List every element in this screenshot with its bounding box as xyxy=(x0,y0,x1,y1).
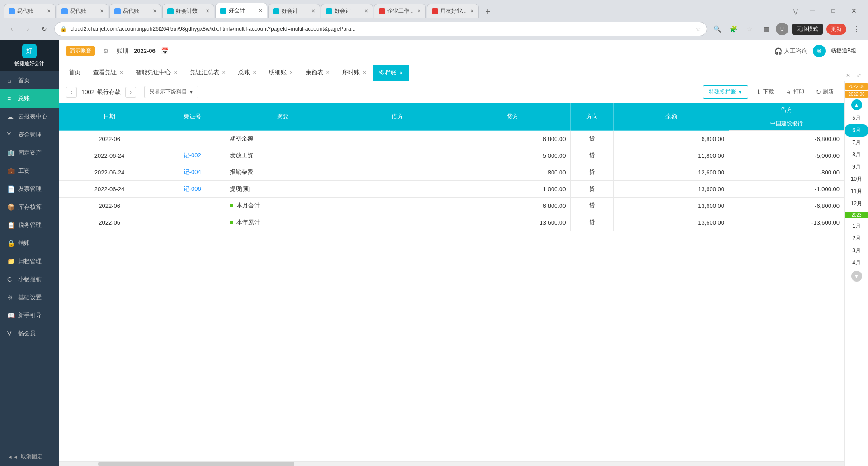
nav-tab-sequence[interactable]: 序时账 ✕ xyxy=(336,65,373,81)
search-icon[interactable]: 🔍 xyxy=(711,23,723,35)
nav-tab-voucher-close[interactable]: ✕ xyxy=(119,70,123,75)
cell-voucher[interactable]: 记-006 xyxy=(160,181,225,198)
timeline-month-11[interactable]: 11月 xyxy=(845,185,868,198)
tab-3-close[interactable]: ✕ xyxy=(153,9,156,14)
user-profile-button[interactable]: U xyxy=(776,23,788,35)
timeline-month-12[interactable]: 12月 xyxy=(845,198,868,210)
nav-tab-general-close[interactable]: ✕ xyxy=(253,70,256,75)
settings-gear-button[interactable]: ⚙ xyxy=(100,46,111,56)
tab-9-close[interactable]: ✕ xyxy=(470,9,474,14)
nav-tab-general[interactable]: 总账 ✕ xyxy=(232,65,263,81)
timeline-month-6-active[interactable]: 6月 xyxy=(845,124,868,137)
tab-4-close[interactable]: ✕ xyxy=(206,9,209,14)
expand-panel-button[interactable]: ⤢ xyxy=(854,70,864,81)
next-account-button[interactable]: › xyxy=(125,87,136,98)
timeline-month-7[interactable]: 7月 xyxy=(845,137,868,149)
sidebar-item-guide[interactable]: 📖 新手引导 xyxy=(0,306,59,325)
side-panel-icon[interactable]: ▦ xyxy=(760,23,772,35)
menu-button[interactable]: ⋮ xyxy=(850,23,863,35)
tab-2-close[interactable]: ✕ xyxy=(100,9,104,14)
sidebar-item-tax[interactable]: 📋 税务管理 xyxy=(0,216,59,234)
nav-tab-smart-close[interactable]: ✕ xyxy=(174,70,177,75)
tab-6-close[interactable]: ✕ xyxy=(311,9,315,14)
scrollbar-thumb[interactable] xyxy=(98,462,295,466)
calendar-icon[interactable]: 📅 xyxy=(161,47,169,55)
show-sub-button[interactable]: 只显示下级科目 ▼ xyxy=(144,86,198,98)
minimize-button[interactable]: ─ xyxy=(802,4,823,18)
unpin-button[interactable]: ◄◄ 取消固定 xyxy=(0,447,59,466)
print-button[interactable]: 🖨 打印 xyxy=(782,86,808,98)
nav-tab-multi[interactable]: 多栏账 ✕ xyxy=(373,65,409,81)
tab-8-close[interactable]: ✕ xyxy=(417,9,421,14)
voucher-link[interactable]: 记-006 xyxy=(184,185,201,192)
no-trace-button[interactable]: 无痕模式 xyxy=(792,24,823,35)
tab-1[interactable]: 易代账 ✕ xyxy=(4,4,56,18)
timeline-month-9[interactable]: 9月 xyxy=(845,161,868,173)
timeline-down-button[interactable]: ▼ xyxy=(851,271,862,282)
sidebar-item-cloud[interactable]: ☁ 云报表中心 xyxy=(0,108,59,126)
nav-tab-voucher[interactable]: 查看凭证 ✕ xyxy=(87,65,129,81)
timeline-up-button[interactable]: ▲ xyxy=(851,99,862,110)
cell-voucher[interactable]: 记-004 xyxy=(160,164,225,181)
update-button[interactable]: 更新 xyxy=(826,24,846,35)
nav-tab-multi-close[interactable]: ✕ xyxy=(399,71,403,75)
back-button[interactable]: ‹ xyxy=(5,23,18,35)
nav-tab-detail-close[interactable]: ✕ xyxy=(289,70,293,75)
tab-5-close[interactable]: ✕ xyxy=(259,8,262,13)
sidebar-item-salary[interactable]: 💼 工资 xyxy=(0,162,59,180)
nav-tab-detail[interactable]: 明细账 ✕ xyxy=(263,65,299,81)
tab-8[interactable]: 企业工作... ✕ xyxy=(374,4,426,18)
sidebar-item-invoice[interactable]: 📄 发票管理 xyxy=(0,180,59,198)
special-multi-button[interactable]: 特殊多栏账 ▼ xyxy=(703,85,748,99)
timeline-month-5[interactable]: 5月 xyxy=(845,112,868,124)
new-tab-button[interactable]: + xyxy=(481,5,494,18)
timeline-month-8[interactable]: 8月 xyxy=(845,149,868,161)
sidebar-item-asset[interactable]: 🏢 固定资产 xyxy=(0,144,59,162)
sidebar-item-expense[interactable]: C 小畅报销 xyxy=(0,270,59,288)
nav-tab-balance-close[interactable]: ✕ xyxy=(326,70,330,75)
refresh-button[interactable]: ↻ 刷新 xyxy=(812,86,837,98)
horizontal-scrollbar[interactable] xyxy=(59,461,844,466)
voucher-link[interactable]: 记-002 xyxy=(184,152,201,159)
tab-3[interactable]: 易代账 ✕ xyxy=(109,4,161,18)
nav-tab-summary-close[interactable]: ✕ xyxy=(222,70,226,75)
nav-tab-summary[interactable]: 凭证汇总表 ✕ xyxy=(184,65,232,81)
nav-tab-home[interactable]: 首页 xyxy=(62,65,87,81)
timeline-month-3[interactable]: 3月 xyxy=(845,245,868,257)
sidebar-item-member[interactable]: V 畅会员 xyxy=(0,325,59,343)
tab-7[interactable]: 好会计 ✕ xyxy=(321,4,373,18)
collapse-panel-button[interactable]: ✕ xyxy=(843,70,854,81)
tab-1-close[interactable]: ✕ xyxy=(47,9,51,14)
timeline-month-4[interactable]: 4月 xyxy=(845,257,868,269)
tab-5-active[interactable]: 好会计 ✕ xyxy=(215,3,267,18)
sidebar-item-archive[interactable]: 📁 归档管理 xyxy=(0,252,59,270)
maximize-button[interactable]: □ xyxy=(823,4,844,18)
sidebar-item-fund[interactable]: ¥ 资金管理 xyxy=(0,126,59,144)
timeline-month-1[interactable]: 1月 xyxy=(845,220,868,232)
tab-7-close[interactable]: ✕ xyxy=(364,9,368,14)
voucher-link[interactable]: 记-004 xyxy=(184,169,201,175)
url-bar[interactable]: 🔒 cloud2.chanjet.com/accounting/uh26t264… xyxy=(54,22,707,36)
tab-2[interactable]: 易代账 ✕ xyxy=(57,4,108,18)
tab-9[interactable]: 用友好业... ✕ xyxy=(427,4,479,18)
timeline-month-2[interactable]: 2月 xyxy=(845,232,868,245)
tab-list-button[interactable]: ⋁ xyxy=(789,5,802,18)
nav-tab-balance[interactable]: 余额表 ✕ xyxy=(299,65,336,81)
timeline-month-10[interactable]: 10月 xyxy=(845,173,868,185)
sidebar-item-inventory[interactable]: 📦 库存核算 xyxy=(0,198,59,216)
extension-icon[interactable]: 🧩 xyxy=(727,23,740,35)
sidebar-item-settings[interactable]: ⚙ 基础设置 xyxy=(0,288,59,306)
consult-button[interactable]: 🎧 人工咨询 xyxy=(774,47,807,55)
sidebar-item-ledger[interactable]: ≡ 总账 xyxy=(0,89,59,108)
close-window-button[interactable]: ✕ xyxy=(844,4,864,18)
forward-button[interactable]: › xyxy=(22,23,34,35)
sidebar-item-home[interactable]: ⌂ 首页 xyxy=(0,71,59,89)
tab-6[interactable]: 好会计 ✕ xyxy=(268,4,320,18)
bookmark-icon[interactable]: ☆ xyxy=(695,25,701,33)
sidebar-item-close[interactable]: 🔒 结账 xyxy=(0,234,59,252)
account-selector[interactable]: 1002 银行存款 xyxy=(81,88,121,96)
nav-tab-smart[interactable]: 智能凭证中心 ✕ xyxy=(129,65,184,81)
reload-button[interactable]: ↻ xyxy=(38,23,51,35)
prev-account-button[interactable]: ‹ xyxy=(66,87,77,98)
favorites-icon[interactable]: ☆ xyxy=(743,23,756,35)
